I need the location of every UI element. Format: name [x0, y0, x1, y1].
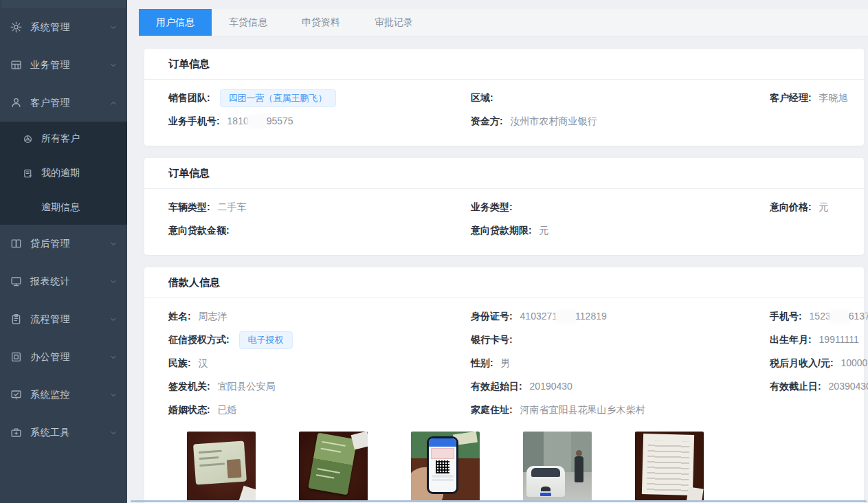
- field-label: 民族:: [168, 357, 191, 368]
- sidebar-item-process-mgmt[interactable]: 流程管理: [0, 300, 127, 338]
- field-gender: 性别: 男: [471, 357, 770, 370]
- sidebar-item-postloan-mgmt[interactable]: 贷后管理: [0, 225, 127, 262]
- field-value: 10000: [841, 357, 867, 368]
- card-title: 借款人信息: [144, 267, 864, 298]
- monitor-check-icon: [10, 389, 22, 401]
- order-info-card: 订单信息 销售团队: 四团一营（直属王鹏飞） 区域: 客户经理: 李晓旭 业务手: [144, 49, 864, 146]
- field-value: 河南省宜阳县花果山乡木柴村: [520, 404, 645, 415]
- field-label: 身份证号:: [471, 311, 513, 322]
- redacted-digits: [249, 116, 267, 126]
- card-title: 订单信息: [144, 49, 864, 80]
- wheel-icon: [23, 134, 33, 144]
- field-label: 税后月收入/元:: [770, 357, 834, 368]
- field-value: 汉: [199, 357, 208, 368]
- field-label: 征信授权方式:: [168, 334, 230, 345]
- field-label: 销售团队:: [168, 92, 210, 103]
- sidebar-item-label: 系统管理: [30, 21, 109, 34]
- field-label: 资金方:: [471, 115, 503, 126]
- field-valid-to: 有效截止日: 20390430: [770, 381, 868, 393]
- green-booklet-photo: [299, 432, 368, 502]
- field-label: 车辆类型:: [168, 201, 210, 212]
- sidebar-subitem-label: 逾期信息: [41, 201, 80, 214]
- field-value: 男: [501, 357, 511, 368]
- sidebar-item-report-stats[interactable]: 报表统计: [0, 262, 127, 300]
- sidebar-item-label: 流程管理: [30, 313, 109, 326]
- field-valid-from: 有效起始日: 20190430: [471, 381, 770, 393]
- sidebar-item-business-mgmt[interactable]: 业务管理: [0, 46, 127, 84]
- gear-icon: [10, 21, 22, 33]
- field-value: 元: [819, 201, 829, 212]
- field-business-type: 业务类型:: [471, 201, 770, 214]
- chevron-down-icon: [109, 278, 118, 286]
- field-birth-date: 出生年月: 19911111: [770, 334, 864, 346]
- field-label: 手机号:: [770, 311, 802, 322]
- redacted-digits: [557, 311, 575, 322]
- field-value: 宜阳县公安局: [218, 381, 276, 392]
- id-card-photo: [187, 432, 256, 502]
- sidebar-item-label: 系统监控: [30, 389, 109, 401]
- chevron-down-icon: [109, 240, 118, 248]
- sidebar-item-label: 系统工具: [30, 427, 109, 439]
- photo-thumbnail-auth-qr[interactable]: 征信授权: [411, 432, 480, 503]
- sidebar-item-system-monitor[interactable]: 系统监控: [0, 376, 127, 414]
- field-label: 婚姻状态:: [168, 404, 210, 415]
- field-region: 区域:: [471, 92, 770, 104]
- field-label: 业务手机号:: [168, 115, 220, 126]
- field-value: 周志洋: [199, 311, 227, 322]
- field-intent-price: 意向价格: 元: [770, 201, 864, 214]
- field-label: 区域:: [471, 92, 493, 103]
- field-label: 签发机关:: [168, 381, 210, 392]
- field-business-phone: 业务手机号: 181095575: [168, 115, 471, 128]
- field-mobile-phone: 手机号: 15236137: [770, 311, 868, 323]
- sidebar-item-office-mgmt[interactable]: 办公管理: [0, 338, 127, 376]
- photo-thumbnail-handwritten-doc[interactable]: 其他材料: [635, 432, 704, 503]
- field-value: 已婚: [218, 404, 237, 415]
- monitor-icon: [10, 276, 22, 287]
- sidebar-item-label: 贷后管理: [30, 238, 109, 250]
- field-loan-term: 意向贷款期限: 元: [471, 225, 770, 237]
- sidebar-subitem-overdue-info[interactable]: 逾期信息: [0, 190, 127, 225]
- sidebar-item-system-tools[interactable]: 系统工具: [0, 414, 127, 451]
- horizontal-scrollbar[interactable]: [131, 500, 867, 502]
- credit-auth-tag: 电子授权: [239, 331, 293, 349]
- field-label: 银行卡号:: [471, 334, 513, 345]
- field-ethnicity: 民族: 汉: [168, 357, 471, 370]
- field-label: 客户经理:: [770, 92, 812, 103]
- redacted-digits: [831, 311, 849, 322]
- grid-icon: [10, 59, 22, 71]
- photo-thumbnail-id-card[interactable]: 身份证: [187, 432, 256, 503]
- field-monthly-income: 税后月收入/元: 10000: [770, 357, 867, 370]
- sidebar-subitem-all-customers[interactable]: 所有客户: [0, 122, 127, 156]
- tab-user-info[interactable]: 用户信息: [139, 9, 212, 36]
- sidebar-item-customer-mgmt[interactable]: 客户管理: [0, 84, 127, 122]
- tab-car-loan-info[interactable]: 车贷信息: [212, 9, 285, 36]
- sidebar-subitem-label: 所有客户: [41, 133, 80, 145]
- field-value: 元: [539, 225, 549, 236]
- field-id-number: 身份证号: 4103271112819: [471, 311, 770, 323]
- field-value: 19911111: [819, 334, 859, 345]
- document-photos: 身份证 驾驶证正副页: [187, 432, 864, 503]
- field-credit-auth-method: 征信授权方式: 电子授权: [168, 331, 471, 349]
- sidebar-item-label: 业务管理: [30, 59, 109, 71]
- user-icon: [10, 97, 22, 109]
- sidebar-subitem-my-overdue[interactable]: 我的逾期: [0, 156, 127, 190]
- field-funder: 资金方: 汝州市农村商业银行: [471, 115, 770, 128]
- field-label: 意向价格:: [770, 201, 812, 212]
- tab-loan-application-docs[interactable]: 申贷资料: [285, 9, 357, 36]
- chevron-down-icon: [109, 353, 118, 361]
- sidebar-item-system-mgmt[interactable]: 系统管理: [0, 8, 127, 46]
- photo-thumbnail-license-booklet[interactable]: 驾驶证正副页: [299, 432, 368, 503]
- field-loan-amount: 意向贷款金额:: [168, 225, 471, 237]
- field-customer-manager: 客户经理: 李晓旭: [770, 92, 864, 104]
- sidebar: 系统管理 业务管理 客户管理 所有客户 我的逾期 逾期信息 贷后管理 报表统计: [0, 0, 127, 503]
- field-label: 家庭住址:: [471, 404, 513, 415]
- sidebar-item-label: 办公管理: [30, 351, 109, 364]
- field-value: 二手车: [218, 201, 247, 212]
- tab-approval-records[interactable]: 审批记录: [357, 9, 430, 36]
- field-bank-card: 银行卡号:: [471, 334, 770, 346]
- photo-thumbnail-person-car[interactable]: 人车合影: [523, 432, 592, 503]
- field-value: 20390430: [829, 381, 868, 392]
- field-sales-team: 销售团队: 四团一营（直属王鹏飞）: [168, 89, 471, 107]
- field-marital-status: 婚姻状态: 已婚: [168, 404, 471, 416]
- field-label: 性别:: [471, 357, 493, 368]
